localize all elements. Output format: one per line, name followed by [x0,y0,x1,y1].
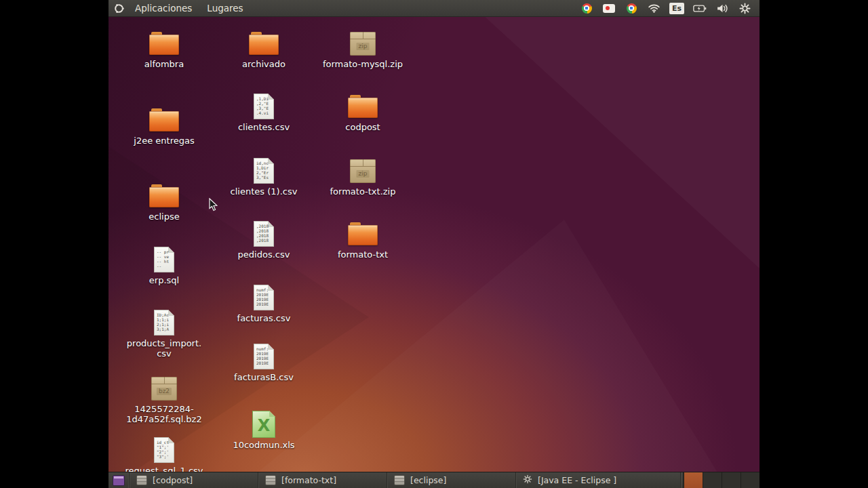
text-file-icon: ,2018 ,2018 ,2018 ,2018 [220,219,308,249]
desktop-icon-label: alfombra [120,59,208,69]
desktop-icon-formato-txt-zip[interactable]: zipformato-txt.zip [319,156,407,197]
workspace-4[interactable] [741,472,760,488]
chrome-icon[interactable] [625,1,638,15]
desktop-icon-label: 1425572284- 1d47a52f.sql.bz2 [120,404,208,424]
text-file-icon: numf: 2019E 2019E 2019E [220,342,308,371]
archive-type-badge: bz2 [157,388,172,395]
taskbar-button-eclipse[interactable]: [eclipse] [387,472,516,488]
desktop-icon-label: erp.sql [120,275,208,285]
desktop-icon-erp-sql[interactable]: -- pr -- ve -- ht --erp.sql [120,245,208,285]
desktop-icon-label: eclipse [120,211,208,222]
archive-box-icon: zip [319,28,407,58]
desktop-icon-formato-mysql-zip[interactable]: zipformato-mysql.zip [319,28,407,69]
desktop-icon-facturas-csv[interactable]: numf: 2019E 2019E 2019Efacturas.csv [220,283,308,323]
text-file-icon: numf: 2019E 2019E 2019E [220,283,308,312]
text-file-icon: ,1,Di ,2,"E ,3,"E .4.vi [220,92,308,121]
panel-menus: Aplicaciones Lugares [108,1,249,16]
eclipse-icon [523,474,532,486]
text-file-icon: -- pr -- ve -- ht -- [120,245,208,274]
desktop-icon-archivado[interactable]: archivado [220,28,308,69]
desktop-icon-label: pedidos.csv [220,249,308,260]
desktop-icon-products-import-csv[interactable]: ID;Ac 1;1;i 2;1;i 3;1;Aproducts_import. … [120,308,208,359]
archive-box-icon: bz2 [120,373,208,403]
desktop-icon-pedidos-csv[interactable]: ,2018 ,2018 ,2018 ,2018pedidos.csv [220,219,308,260]
desktop-icon-clientes-csv[interactable]: ,1,Di ,2,"E ,3,"E .4.viclientes.csv [220,92,308,132]
keyboard-layout-indicator[interactable]: Es [669,3,684,14]
archive-box-icon: zip [319,156,407,186]
text-file-icon: id,nc 1,Dir 2,"Er 3,"Es [220,156,308,186]
file-manager-icon [136,475,147,485]
desktop-icon-request-sql-1-csv[interactable]: id_ct "1";' "2";' "3";'request_sql_1.csv [120,435,208,476]
desktop-icon-formato-txt[interactable]: formato-txt [319,219,407,260]
text-file-icon: ID;Ac 1;1;i 2;1;i 3;1;A [120,308,208,338]
desktop-icon-label: j2ee entregas [120,136,208,146]
taskbar-button-codpost[interactable]: [codpost] [130,472,258,488]
wifi-icon[interactable] [647,1,660,15]
desktop-icon-label: clientes.csv [220,122,308,132]
desktop-icon-alfombra[interactable]: alfombra [120,28,208,69]
desktop-icon-eclipse[interactable]: eclipse [120,181,208,222]
show-desktop-button[interactable] [108,472,130,488]
taskbar-button-formato-txt[interactable]: [formato-txt] [258,472,387,488]
mouse-cursor [209,198,218,214]
archive-type-badge: zip [357,170,370,178]
session-gear-icon[interactable] [738,1,751,15]
desktop-icon-label: 10codmun.xls [220,440,308,450]
workspace-2[interactable] [703,472,722,488]
top-panel: Aplicaciones Lugares Es [108,0,760,17]
stage: Aplicaciones Lugares Es [0,0,868,488]
folder-icon [319,92,407,121]
task-buttons: [codpost][formato-txt][eclipse][Java EE … [130,472,681,488]
taskbar-button-label: [codpost] [153,475,193,485]
folder-icon [120,181,208,211]
desktop-icon-label: codpost [319,122,407,132]
folder-icon [120,105,208,135]
desktop-icon-label: formato-txt.zip [319,186,407,197]
taskbar: [codpost][formato-txt][eclipse][Java EE … [108,472,760,488]
desktop-icon-codpost[interactable]: codpost [319,92,407,132]
folder-icon [319,219,407,249]
desktop-icon-label: formato-txt [319,249,407,260]
desktop-icon-j2ee-entregas[interactable]: j2ee entregas [120,105,208,146]
desktop-icon-10codmun-xls[interactable]: X10codmun.xls [220,409,308,450]
desktop-icon-label: facturasB.csv [220,372,308,382]
file-manager-icon [265,475,276,485]
workspace-3[interactable] [722,472,741,488]
workspace-1-active[interactable] [684,472,703,488]
folder-icon [220,28,308,58]
file-manager-icon [394,475,405,485]
workspace-switcher [684,472,760,488]
desktop-icon-label: clientes (1).csv [220,186,308,197]
ubuntu-logo-icon[interactable] [112,1,125,15]
menu-aplicaciones[interactable]: Aplicaciones [130,1,197,16]
desktop-icon-label: facturas.csv [220,313,308,323]
taskbar-button-label: [eclipse] [410,475,446,485]
battery-icon[interactable] [693,1,707,15]
screen-recorder-icon[interactable] [602,1,616,15]
taskbar-button-label: [Java EE - Eclipse ] [538,475,616,485]
taskbar-button-label: [formato-txt] [281,475,336,485]
desktop-icon-label: products_import. csv [120,338,208,359]
menu-lugares[interactable]: Lugares [201,1,248,16]
system-tray: Es [580,1,760,15]
volume-icon[interactable] [715,1,729,15]
show-desktop-icon [113,475,125,486]
spreadsheet-icon: X [220,409,308,439]
chrome-icon[interactable] [580,1,593,15]
desktop-icon-label: formato-mysql.zip [319,59,407,69]
taskbar-button-java-ee-eclipse[interactable]: [Java EE - Eclipse ] [516,472,681,488]
desktop-icon-facturasb-csv[interactable]: numf: 2019E 2019E 2019EfacturasB.csv [220,342,308,382]
ubuntu-desktop: Aplicaciones Lugares Es [108,0,760,488]
archive-type-badge: zip [357,43,370,50]
desktop-icon-label: archivado [220,59,308,69]
desktop-icon-1425572284-1d47a52f-sql-bz2[interactable]: bz21425572284- 1d47a52f.sql.bz2 [120,373,208,424]
folder-icon [120,28,208,58]
desktop-icon-clientes-1-csv[interactable]: id,nc 1,Dir 2,"Er 3,"Esclientes (1).csv [220,156,308,197]
text-file-icon: id_ct "1";' "2";' "3";' [120,435,208,465]
